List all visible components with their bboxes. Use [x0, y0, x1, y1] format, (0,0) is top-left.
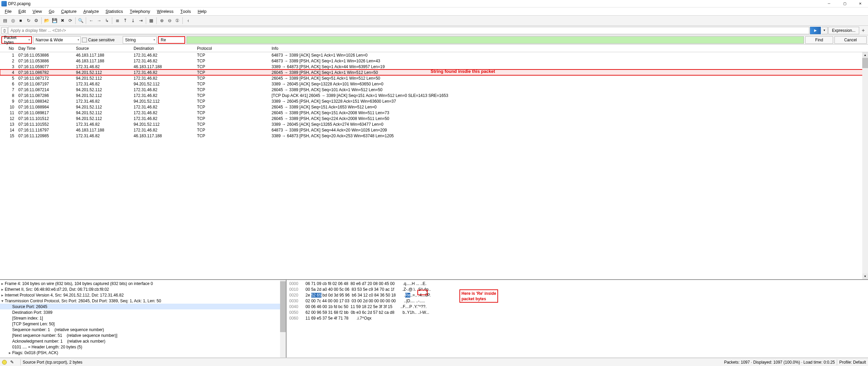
packet-details-pane[interactable]: ▸Frame 4: 104 bytes on wire (832 bits), …: [0, 280, 287, 358]
col-destination[interactable]: Destination: [132, 46, 195, 51]
packet-row[interactable]: 1507:16:11.120985172.31.46.8246.183.117.…: [0, 133, 868, 139]
arrow-right-icon[interactable]: →: [95, 17, 103, 24]
menu-tools[interactable]: Tools: [177, 8, 194, 15]
packet-row[interactable]: 607:16:11.087197172.31.46.8294.201.52.11…: [0, 81, 868, 87]
col-protocol[interactable]: Protocol: [195, 46, 270, 51]
packet-row[interactable]: 1007:16:11.08898494.201.52.112172.31.46.…: [0, 104, 868, 110]
color-icon[interactable]: ▦: [147, 17, 155, 24]
packet-row[interactable]: 907:16:11.088342172.31.46.8294.201.52.11…: [0, 98, 868, 104]
reload-icon[interactable]: ⟳: [66, 17, 74, 24]
details-scrollbar[interactable]: [280, 280, 286, 358]
menu-analyze[interactable]: Analyze: [80, 8, 102, 15]
arrow-left-icon[interactable]: ←: [87, 17, 95, 24]
detail-line[interactable]: Destination Port: 3389: [0, 309, 286, 315]
packet-list-rows[interactable]: 107:16:11.05388646.183.117.188172.31.46.…: [0, 52, 868, 279]
restart-icon[interactable]: ↻: [25, 17, 32, 24]
zoom-reset-icon[interactable]: ①: [174, 17, 181, 24]
packet-row[interactable]: 707:16:11.08721494.201.52.112172.31.46.8…: [0, 87, 868, 93]
detail-line[interactable]: Source Port: 26045: [0, 304, 286, 309]
minimize-button[interactable]: ─: [821, 0, 837, 7]
scroll-thumb[interactable]: [280, 281, 286, 332]
charset-dropdown[interactable]: Narrow & Wide: [33, 36, 81, 44]
packet-row[interactable]: 507:16:11.08717294.201.52.112172.31.46.8…: [0, 75, 868, 81]
bytes-line[interactable]: 001000 5a 2d a0 40 00 5c 06 83 53 5e c9 …: [289, 287, 865, 293]
filter-history-dropdown[interactable]: ▼: [822, 27, 828, 34]
detail-line[interactable]: ▾Transmission Control Protocol, Src Port…: [0, 298, 286, 304]
bookmark-icon[interactable]: ▯: [1, 27, 7, 34]
resize-cols-icon[interactable]: ⫞: [184, 17, 192, 24]
packet-list-scrollbar[interactable]: ▲ ▼: [862, 52, 868, 279]
menu-capture[interactable]: Capture: [58, 8, 80, 15]
circle-start-icon[interactable]: ◎: [9, 17, 17, 24]
detail-line[interactable]: ▸Frame 4: 104 bytes on wire (832 bits), …: [0, 281, 286, 286]
apply-filter-button[interactable]: ▶: [810, 27, 821, 34]
menu-view[interactable]: View: [29, 8, 45, 15]
case-sensitive-checkbox[interactable]: Case sensitive: [82, 38, 115, 42]
arrow-up-icon[interactable]: ⤒: [121, 17, 129, 24]
detail-line[interactable]: 0101 .... = Header Length: 20 bytes (5): [0, 344, 286, 350]
save-icon[interactable]: 💾: [51, 17, 58, 24]
expert-info-icon[interactable]: [2, 360, 7, 365]
search-type-dropdown[interactable]: String: [123, 36, 157, 44]
bytes-line[interactable]: 004000 06 46 00 1b fd bc 50 11 59 18 22 …: [289, 304, 865, 310]
col-source[interactable]: Source: [74, 46, 132, 51]
detail-line[interactable]: Acknowledgment number: 1 (relative ack n…: [0, 338, 286, 344]
menu-statistics[interactable]: Statistics: [102, 8, 126, 15]
packet-row[interactable]: 1107:16:11.08981794.201.52.112172.31.46.…: [0, 110, 868, 116]
menu-help[interactable]: Help: [194, 8, 210, 15]
gear-icon[interactable]: ⚙: [33, 17, 40, 24]
menu-go[interactable]: Go: [45, 8, 58, 15]
arrow-down-icon[interactable]: ⤓: [129, 17, 137, 24]
packet-row[interactable]: 1307:16:11.101552172.31.46.8294.201.52.1…: [0, 121, 868, 127]
bytes-line[interactable]: 005062 00 96 59 31 68 f2 bb 0b e3 6c 2d …: [289, 310, 865, 316]
bytes-line[interactable]: 006011 69 e5 37 5e 4f 71 78.i.7^Oqx: [289, 316, 865, 322]
zoom-out-icon[interactable]: ⊖: [166, 17, 173, 24]
display-filter-input[interactable]: [8, 27, 809, 34]
list-icon[interactable]: ▤: [1, 17, 9, 24]
scroll-up-icon[interactable]: ▲: [862, 52, 868, 58]
cancel-button[interactable]: Cancel: [834, 36, 867, 44]
scroll-thumb[interactable]: [862, 58, 868, 68]
detail-line[interactable]: ▸Ethernet II, Src: 06:48:80:e6:d7:20, Ds…: [0, 286, 286, 292]
bytes-line[interactable]: 000006 71 09 cb f8 02 06 48 80 e6 d7 20 …: [289, 281, 865, 287]
menu-edit[interactable]: Edit: [15, 8, 29, 15]
status-profile[interactable]: Profile: Default: [839, 360, 866, 365]
lines-icon[interactable]: ≣: [114, 17, 121, 24]
search-in-dropdown[interactable]: Packet bytes: [1, 36, 32, 44]
packet-row[interactable]: 207:16:11.05388646.183.117.188172.31.46.…: [0, 58, 868, 64]
edit-comment-icon[interactable]: ✎: [9, 359, 15, 365]
packet-row[interactable]: 407:16:11.08678294.201.52.112172.31.46.8…: [0, 69, 868, 75]
expression-button[interactable]: Expression...: [828, 27, 859, 34]
add-filter-button[interactable]: +: [860, 27, 867, 34]
zoom-in-icon[interactable]: ⊕: [158, 17, 165, 24]
auto-scroll-icon[interactable]: ⇥: [137, 17, 144, 24]
col-time[interactable]: Day Time: [16, 46, 74, 51]
detail-line[interactable]: ▸Internet Protocol Version 4, Src: 94.20…: [0, 292, 286, 298]
maximize-button[interactable]: ▢: [837, 0, 852, 7]
scroll-down-icon[interactable]: ▼: [862, 273, 868, 279]
packet-list-header[interactable]: No Day Time Source Destination Protocol …: [0, 45, 868, 52]
menu-file[interactable]: File: [1, 8, 15, 15]
packet-bytes-pane[interactable]: Here is 'Re' inside packet bytes 000006 …: [287, 280, 868, 358]
detail-line[interactable]: Sequence number: 1 (relative sequence nu…: [0, 327, 286, 332]
bytes-line[interactable]: 00202e 52 65 bd 0d 3d 95 96 b6 34 12 c0 …: [289, 293, 865, 299]
bytes-line[interactable]: 003002 00 7c 44 00 00 17 03 03 00 2d 00 …: [289, 299, 865, 304]
packet-row[interactable]: 107:16:11.05388646.183.117.188172.31.46.…: [0, 52, 868, 58]
close-file-icon[interactable]: ✖: [59, 17, 66, 24]
packet-row[interactable]: 1407:16:11.11679746.183.117.188172.31.46…: [0, 127, 868, 133]
detail-line[interactable]: ▸Flags: 0x018 (PSH, ACK): [0, 350, 286, 355]
packet-row[interactable]: 1207:16:11.10151294.201.52.112172.31.46.…: [0, 116, 868, 121]
square-stop-icon[interactable]: ■: [17, 17, 24, 24]
detail-line[interactable]: [Stream index: 1]: [0, 315, 286, 321]
detail-line[interactable]: [TCP Segment Len: 50]: [0, 321, 286, 327]
col-no[interactable]: No: [0, 46, 16, 51]
search-icon[interactable]: 🔍: [77, 17, 84, 24]
search-value-input[interactable]: Re: [158, 36, 185, 44]
menu-telephony[interactable]: Telephony: [126, 8, 154, 15]
col-info[interactable]: Info: [270, 46, 868, 51]
jump-go-icon[interactable]: ↳: [103, 17, 111, 24]
packet-row[interactable]: 807:16:11.08728694.201.52.112172.31.46.8…: [0, 93, 868, 98]
folder-open-icon[interactable]: 📂: [43, 17, 51, 24]
detail-line[interactable]: [Next sequence number: 51 (relative sequ…: [0, 332, 286, 338]
close-window-button[interactable]: ✕: [852, 0, 868, 7]
